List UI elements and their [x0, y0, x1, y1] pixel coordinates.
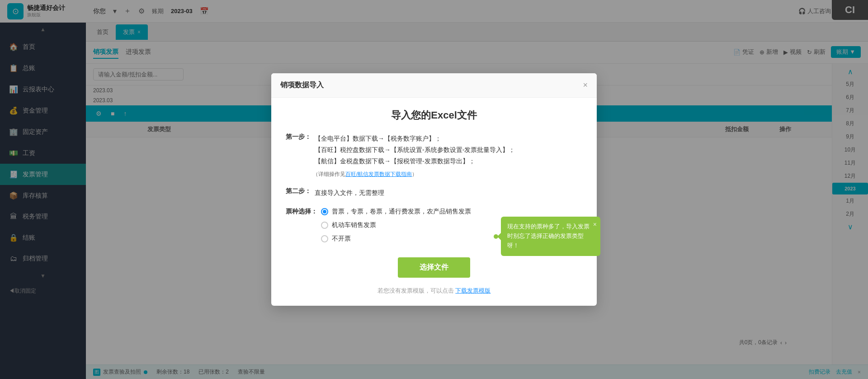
- ticket-type-label: 票种选择：: [286, 208, 317, 216]
- radio-option-1[interactable]: 普票，专票，卷票，通行费发票，农产品销售发票: [321, 208, 471, 216]
- radio-label-1: 普票，专票，卷票，通行费发票，农产品销售发票: [332, 208, 471, 216]
- step2-block: 第二步： 直接导入文件，无需整理: [286, 187, 582, 199]
- radio-option-3[interactable]: 不开票: [321, 235, 471, 243]
- tooltip-text: 现在支持的票种多了，导入发票时别忘了选择正确的发票类型呀！: [507, 223, 590, 249]
- step1-content: 【全电平台】数据下载→【税务数字账户】； 【百旺】税控盘数据下载→【系统设置-系…: [315, 133, 515, 167]
- select-file-button[interactable]: 选择文件: [398, 257, 470, 278]
- step1-line-3: 【航信】金税盘数据下载→【报税管理-发票数据导出】；: [315, 156, 515, 167]
- step2-label: 第二步：: [286, 187, 311, 195]
- radio-dot-3: [321, 235, 328, 242]
- download-template-link[interactable]: 下载发票模版: [455, 287, 491, 294]
- import-modal: 销项数据导入 × 导入您的Excel文件 第一步： 【全电平台】数据下载→【税务…: [271, 73, 597, 306]
- modal-body: 导入您的Excel文件 第一步： 【全电平台】数据下载→【税务数字账户】； 【百…: [271, 98, 597, 306]
- download-guide-link[interactable]: 百旺/航信发票数据下载指南: [345, 171, 412, 177]
- step1-sub: （详细操作见百旺/航信发票数据下载指南）: [286, 171, 582, 178]
- step1-label: 第一步：: [286, 133, 311, 141]
- radio-dot-1: [321, 208, 328, 215]
- modal-main-title: 导入您的Excel文件: [286, 109, 582, 122]
- modal-close-button[interactable]: ×: [583, 81, 588, 90]
- tooltip-dot: [494, 234, 498, 239]
- radio-label-3: 不开票: [332, 235, 351, 243]
- ticket-type-row: 票种选择： 普票，专票，卷票，通行费发票，农产品销售发票 机动车销售发票: [286, 208, 582, 248]
- step2-content: 直接导入文件，无需整理: [315, 187, 384, 199]
- step1-block: 第一步： 【全电平台】数据下载→【税务数字账户】； 【百旺】税控盘数据下载→【系…: [286, 133, 582, 179]
- modal-overlay[interactable]: 销项数据导入 × 导入您的Excel文件 第一步： 【全电平台】数据下载→【税务…: [0, 0, 868, 379]
- radio-group: 普票，专票，卷票，通行费发票，农产品销售发票 机动车销售发票 不开票: [321, 208, 471, 248]
- modal-title: 销项数据导入: [280, 81, 324, 90]
- radio-option-2[interactable]: 机动车销售发票: [321, 221, 471, 229]
- tooltip-close-icon[interactable]: ×: [593, 219, 597, 229]
- footer-text: 若您没有发票模版，可以点击: [377, 287, 454, 294]
- step1-line-1: 【全电平台】数据下载→【税务数字账户】；: [315, 133, 515, 144]
- step2-row: 第二步： 直接导入文件，无需整理: [286, 187, 582, 199]
- step1-row: 第一步： 【全电平台】数据下载→【税务数字账户】； 【百旺】税控盘数据下载→【系…: [286, 133, 582, 167]
- modal-header: 销项数据导入 ×: [271, 73, 597, 98]
- radio-dot-2: [321, 222, 328, 229]
- tooltip-bubble: × 现在支持的票种多了，导入发票时别忘了选择正确的发票类型呀！: [501, 217, 600, 256]
- radio-label-2: 机动车销售发票: [332, 221, 376, 229]
- modal-footer: 若您没有发票模版，可以点击 下载发票模版: [286, 287, 582, 295]
- step1-line-2: 【百旺】税控盘数据下载→【系统设置-系统参数设置-发票批量导入】；: [315, 144, 515, 156]
